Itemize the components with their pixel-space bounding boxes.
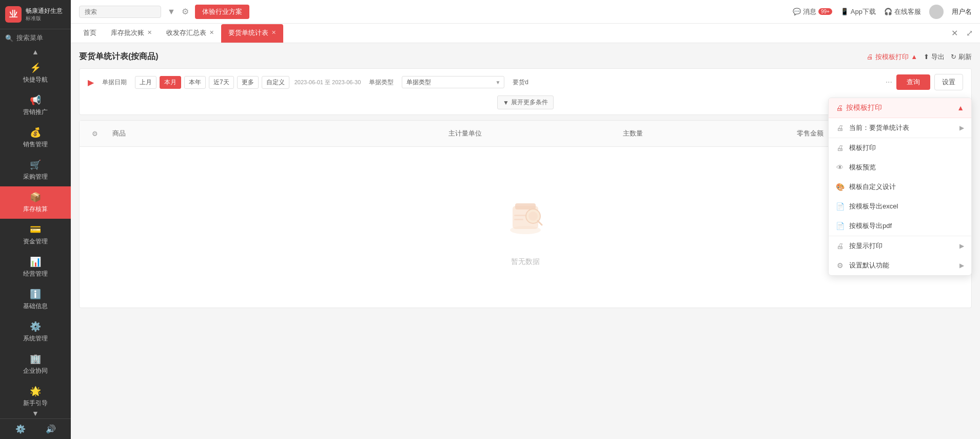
- dropdown-current-template[interactable]: 🖨 当前：要货单统计表 ▶: [829, 118, 971, 138]
- sidebar-nav: ⚡ 快捷导航 📢 营销推广 💰 销售管理 🛒 采购管理 📦 库存核算 💳 资金管…: [0, 57, 71, 408]
- tab-maximize-btn[interactable]: ⤢: [964, 26, 975, 40]
- type-filter-label: 单据类型: [369, 78, 394, 87]
- svg-rect-6: [514, 215, 526, 216]
- trial-button[interactable]: 体验行业方案: [195, 5, 249, 19]
- app-download-action[interactable]: 📱 App下载: [840, 7, 876, 16]
- topbar-gear-icon[interactable]: ⚙: [182, 7, 189, 16]
- template-print-button[interactable]: 🖨 按模板打印 ▲: [867, 52, 917, 62]
- expand-label: 展开更多条件: [511, 98, 548, 107]
- topbar-search-input[interactable]: [79, 6, 161, 18]
- app-download-icon: 📱: [840, 8, 849, 15]
- dropdown-current-arrow: ▶: [959, 124, 964, 131]
- yaohuod-filter-label: 要货d: [513, 78, 528, 87]
- svg-point-4: [528, 212, 538, 221]
- topbar-actions: 💬 消息 99+ 📱 App下载 🎧 在线客服 用户名: [793, 5, 972, 19]
- nav-label: 库存核算: [23, 205, 48, 214]
- refresh-icon: ↻: [951, 53, 956, 61]
- sidebar-item-sales[interactable]: 💰 销售管理: [0, 122, 71, 154]
- user-avatar[interactable]: [929, 5, 944, 19]
- filter-expand-arrow[interactable]: ▶: [88, 78, 94, 87]
- date-btn-this-month[interactable]: 本月: [160, 76, 181, 89]
- dropdown-print-icon: 🖨: [836, 104, 843, 112]
- sidebar-item-purchase[interactable]: 🛒 采购管理: [0, 154, 71, 186]
- app-name: 畅康通好生意: [26, 7, 63, 15]
- sidebar-item-marketing[interactable]: 📢 营销推广: [0, 89, 71, 122]
- sidebar-item-guide[interactable]: 🌟 新手引导: [0, 380, 71, 408]
- logo-icon: 业: [5, 6, 22, 23]
- dropdown-item-icon-2: 👁: [836, 163, 844, 171]
- dropdown-item-label-6: 按显示打印: [849, 241, 883, 251]
- tab-batch[interactable]: 库存批次账 ✕: [104, 24, 159, 43]
- tab-order-stats[interactable]: 要货单统计表 ✕: [221, 24, 283, 43]
- tab-batch-label: 库存批次账: [111, 28, 144, 37]
- main-content: ▼ ⚙ 体验行业方案 💬 消息 99+ 📱 App下载 🎧 在线客服 用户名 首…: [71, 0, 980, 439]
- export-label: 导出: [931, 52, 945, 62]
- marketing-icon: 📢: [30, 94, 41, 106]
- sidebar-item-finance[interactable]: 💳 资金管理: [0, 219, 71, 251]
- topbar-dropdown-icon[interactable]: ▼: [167, 7, 175, 16]
- nav-label: 资金管理: [23, 237, 48, 246]
- tab-home[interactable]: 首页: [76, 24, 104, 43]
- online-service-action[interactable]: 🎧 在线客服: [884, 7, 921, 16]
- footer-audio-icon[interactable]: 🔊: [46, 424, 56, 434]
- sidebar-search[interactable]: 🔍 搜索菜单: [0, 29, 71, 47]
- dropdown-set-default[interactable]: ⚙ 设置默认功能 ▶: [829, 256, 971, 275]
- dropdown-template-preview[interactable]: 👁 模板预览: [829, 158, 971, 177]
- export-button[interactable]: ⬆ 导出: [924, 52, 945, 62]
- dropdown-export-excel[interactable]: 📄 按模板导出excel: [829, 197, 971, 216]
- settings-button[interactable]: 设置: [934, 74, 963, 90]
- dropdown-menu: 🖨 按模板打印 ▲ 🖨 当前：要货单统计表 ▶ 🖨 模板打印: [828, 98, 972, 276]
- tab-order-stats-close[interactable]: ✕: [271, 29, 276, 36]
- scroll-up-btn[interactable]: ▲: [0, 47, 71, 57]
- inventory-icon: 📦: [30, 192, 41, 203]
- footer-settings-icon[interactable]: ⚙️: [15, 424, 26, 434]
- sidebar-item-operations[interactable]: 📊 经营管理: [0, 251, 71, 283]
- nav-label: 经营管理: [23, 270, 48, 278]
- sidebar-logo: 业 畅康通好生意 标准版: [0, 0, 71, 29]
- date-btn-custom[interactable]: 自定义: [262, 76, 289, 89]
- dropdown-export-pdf[interactable]: 📄 按模板导出pdf: [829, 216, 971, 236]
- date-btn-more[interactable]: 更多: [237, 76, 259, 89]
- more-options-icon[interactable]: ···: [886, 78, 892, 87]
- date-btn-this-year[interactable]: 本年: [184, 76, 206, 89]
- expand-more-button[interactable]: ▼ 展开更多条件: [497, 96, 554, 109]
- tab-receipt-close[interactable]: ✕: [209, 29, 214, 36]
- col-quantity-header: 主数量: [617, 125, 791, 142]
- dropdown-header: 🖨 按模板打印 ▲: [829, 98, 971, 118]
- scroll-down-btn[interactable]: ▼: [0, 408, 71, 418]
- tabs-bar: 首页 库存批次账 ✕ 收发存汇总表 ✕ 要货单统计表 ✕ ✕ ⤢: [71, 24, 980, 43]
- sidebar-item-basic[interactable]: ℹ️ 基础信息: [0, 283, 71, 316]
- page-title: 要货单统计表(按商品): [79, 51, 159, 62]
- page-header: 要货单统计表(按商品) 🖨 按模板打印 ▲ ⬆ 导出 ↻ 刷新: [79, 51, 972, 62]
- dropdown-title: 按模板打印: [846, 103, 882, 112]
- messages-action[interactable]: 💬 消息 99+: [793, 7, 832, 16]
- tab-home-label: 首页: [83, 28, 96, 37]
- app-download-label: App下载: [851, 7, 876, 16]
- type-select[interactable]: 单据类型: [402, 76, 504, 88]
- sidebar-item-system[interactable]: ⚙️ 系统管理: [0, 316, 71, 348]
- tab-batch-close[interactable]: ✕: [147, 29, 152, 36]
- sidebar-item-shortcut[interactable]: ⚡ 快捷导航: [0, 57, 71, 89]
- date-filter-label: 单据日期: [102, 78, 127, 87]
- date-btn-7days[interactable]: 近7天: [209, 76, 234, 89]
- dropdown-template-design[interactable]: 🎨 模板自定义设计: [829, 177, 971, 197]
- purchase-icon: 🛒: [30, 159, 41, 170]
- dropdown-display-print[interactable]: 🖨 按显示打印 ▶: [829, 236, 971, 256]
- sidebar-item-inventory[interactable]: 📦 库存核算: [0, 186, 71, 219]
- date-btn-last-month[interactable]: 上月: [135, 76, 156, 89]
- dropdown-item-icon-5: 📄: [836, 222, 844, 230]
- refresh-button[interactable]: ↻ 刷新: [951, 52, 972, 62]
- tab-receipt[interactable]: 收发存汇总表 ✕: [159, 24, 221, 43]
- dropdown-template-print[interactable]: 🖨 模板打印: [829, 138, 971, 158]
- online-service-icon: 🎧: [884, 8, 892, 15]
- enterprise-icon: 🏢: [30, 353, 41, 365]
- col-settings[interactable]: ⚙: [86, 126, 106, 142]
- sales-icon: 💰: [30, 127, 41, 138]
- app-badge: 标准版: [26, 15, 63, 22]
- tab-close-btn[interactable]: ✕: [949, 26, 960, 40]
- sidebar-item-enterprise[interactable]: 🏢 企业协同: [0, 348, 71, 380]
- dropdown-item-label-4: 按模板导出excel: [849, 202, 898, 211]
- dropdown-chevron-up-icon[interactable]: ▲: [957, 104, 964, 112]
- query-button[interactable]: 查询: [896, 74, 930, 90]
- refresh-label: 刷新: [958, 52, 972, 62]
